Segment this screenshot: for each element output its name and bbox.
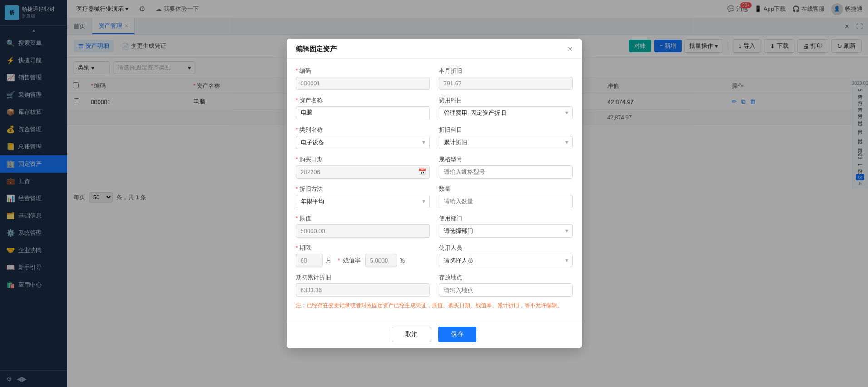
dep-subject-select[interactable]: 累计折旧 [439, 136, 573, 149]
field-quantity: 数量 [439, 185, 573, 208]
quantity-input[interactable] [439, 195, 573, 208]
cancel-button[interactable]: 取消 [392, 327, 431, 342]
modal-note: 注：已经存在变更记录或者对应固定资产已经生成凭证，原值、购买日期、残值率、累计折… [296, 297, 573, 312]
dep-method-select[interactable]: 年限平均 [296, 195, 430, 208]
dept-wrapper: 请选择部门 [439, 224, 573, 238]
code-input[interactable] [296, 77, 430, 90]
location-label: 存放地点 [439, 273, 573, 282]
modal-header: 编辑固定资产 × [287, 39, 582, 59]
dep-method-label: * 折旧方法 [296, 185, 430, 193]
field-expense-subject: 费用科目 管理费用_固定资产折旧 [439, 96, 573, 119]
field-initial-accum: 期初累计折旧 [296, 273, 430, 297]
field-location: 存放地点 [439, 273, 573, 297]
save-button[interactable]: 保存 [438, 327, 476, 342]
residual-unit: % [400, 257, 405, 264]
modal-close-button[interactable]: × [568, 45, 573, 53]
category-wrapper: 电子设备 [296, 136, 430, 149]
field-purchase-date: * 购买日期 📅 [296, 155, 430, 179]
field-user: 使用人员 请选择人员 [439, 244, 573, 267]
field-category: * 类别名称 电子设备 [296, 126, 430, 149]
field-asset-name: * 资产名称 [296, 96, 430, 119]
initial-accum-label: 期初累计折旧 [296, 273, 430, 282]
dep-method-wrapper: 年限平均 [296, 195, 430, 208]
field-original-value: * 原值 [296, 214, 430, 238]
dep-subject-wrapper: 累计折旧 [439, 136, 573, 149]
spec-label: 规格型号 [439, 155, 573, 164]
monthly-dep-input[interactable] [439, 77, 573, 90]
user-select[interactable]: 请选择人员 [439, 254, 573, 267]
residual-star: * [338, 257, 340, 264]
asset-name-label: * 资产名称 [296, 96, 430, 104]
field-spec: 规格型号 [439, 155, 573, 179]
residual-rate-input[interactable] [365, 254, 397, 267]
period-label: * 期限 [296, 244, 430, 252]
expense-subject-select[interactable]: 管理费用_固定资产折旧 [439, 106, 573, 119]
dep-subject-label: 折旧科目 [439, 126, 573, 134]
category-select[interactable]: 电子设备 [296, 136, 430, 149]
expense-subject-wrapper: 管理费用_固定资产折旧 [439, 106, 573, 119]
period-row: 月 * 残值率 % [296, 254, 430, 267]
quantity-label: 数量 [439, 185, 573, 193]
expense-subject-label: 费用科目 [439, 96, 573, 104]
purchase-date-label: * 购买日期 [296, 155, 430, 164]
asset-name-input[interactable] [296, 106, 430, 119]
original-value-label: * 原值 [296, 214, 430, 223]
modal-footer: 取消 保存 [287, 320, 582, 348]
field-dept: 使用部门 请选择部门 [439, 214, 573, 238]
field-code: * 编码 [296, 67, 430, 90]
modal-overlay: 编辑固定资产 × * 编码 本月折旧 [0, 0, 868, 387]
location-input[interactable] [439, 283, 573, 297]
original-value-input[interactable] [296, 224, 430, 238]
purchase-date-wrapper: 📅 [296, 165, 430, 179]
user-label: 使用人员 [439, 244, 573, 252]
modal-body: * 编码 本月折旧 * 资产名称 [287, 59, 582, 320]
purchase-date-input[interactable] [296, 165, 430, 179]
calendar-icon[interactable]: 📅 [418, 168, 426, 175]
dept-label: 使用部门 [439, 214, 573, 223]
dept-select[interactable]: 请选择部门 [439, 224, 573, 238]
category-label: * 类别名称 [296, 126, 430, 134]
form-grid: * 编码 本月折旧 * 资产名称 [296, 67, 573, 297]
edit-asset-modal: 编辑固定资产 × * 编码 本月折旧 [287, 39, 582, 348]
initial-accum-input[interactable] [296, 283, 430, 297]
period-unit: 月 [326, 256, 332, 264]
field-dep-subject: 折旧科目 累计折旧 [439, 126, 573, 149]
code-label: * 编码 [296, 67, 430, 75]
residual-rate-label: 残值率 [343, 256, 361, 264]
field-monthly-dep: 本月折旧 [439, 67, 573, 90]
modal-title: 编辑固定资产 [296, 45, 337, 54]
user-wrapper: 请选择人员 [439, 254, 573, 267]
period-input[interactable] [296, 254, 323, 267]
spec-input[interactable] [439, 165, 573, 179]
field-dep-method: * 折旧方法 年限平均 [296, 185, 430, 208]
monthly-dep-label: 本月折旧 [439, 67, 573, 75]
field-period: * 期限 月 * 残值率 % [296, 244, 430, 267]
